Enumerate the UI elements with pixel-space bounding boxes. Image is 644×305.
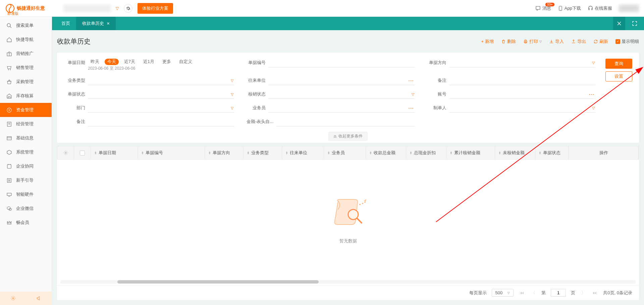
partner-lookup[interactable]: ··· [268,76,415,85]
import-button[interactable]: 导入 [549,39,564,45]
sidebar-item-collab[interactable]: 企业协同 [0,159,52,173]
remark2-input[interactable] [88,118,234,126]
pagination: 每页显示 500▽ ⏮ 〈 第 页 〉 ⏭ 共0页, 0条记录 [57,285,639,300]
date-preset-more[interactable]: 更多 [160,59,174,65]
sidebar-item-system[interactable]: 系统管理 [0,145,52,159]
sidebar-item-label: 采购管理 [16,79,34,85]
column-header-verified[interactable]: ▲▼累计核销金额 [446,146,495,159]
first-page-button[interactable]: ⏮ [519,290,525,295]
tab-home[interactable]: 首页 [55,17,76,30]
sidebar-item-sales[interactable]: 销售管理 [0,61,52,75]
per-page-select[interactable]: 500▽ [492,289,514,297]
sidebar-item-quicknav[interactable]: 快捷导航 [0,33,52,47]
gear-icon [63,150,68,155]
user-avatar-blurred[interactable] [619,5,639,12]
svg-point-8 [10,69,10,70]
column-header-amount[interactable]: ▲▼收款总金额 [366,146,406,159]
app-download-button[interactable]: App下载 [558,5,581,11]
export-button[interactable]: 导出 [571,39,586,45]
column-header-partner[interactable]: ▲▼往来单位 [282,146,324,159]
print-button[interactable]: 打印▽ [523,39,542,45]
search-button[interactable]: 查询 [605,59,632,69]
svg-point-3 [7,23,10,27]
date-preset-7d[interactable]: 近7天 [121,59,138,65]
sidebar-item-label: 企业协同 [16,163,34,169]
account-lookup[interactable]: ··· [449,90,595,99]
sidebar-item-label: 库存核算 [16,93,34,99]
show-detail-toggle[interactable]: 显示明细 [615,39,639,45]
sidebar-item-guide[interactable]: 新新手引导 [0,173,52,187]
amount-input[interactable] [276,118,415,126]
column-header-biztype[interactable]: ▲▼业务类型 [244,146,282,159]
pagination-summary: 共0页, 0条记录 [603,290,632,296]
sidebar-item-purchase[interactable]: 采购管理 [0,75,52,89]
column-header-date[interactable]: ▲▼单据日期 [91,146,138,159]
refresh-button[interactable]: 刷新 [593,39,608,45]
prev-page-button[interactable]: 〈 [530,290,536,296]
headset-icon [588,5,593,11]
column-header-unverified[interactable]: ▲▼未核销金额 [495,146,535,159]
logo-text: 畅捷通好生意 [17,5,45,11]
delete-button[interactable]: 删除 [501,39,516,45]
sort-icon: ▲▼ [141,151,144,155]
direction-select[interactable]: ▽ [449,59,595,67]
chevron-down-icon[interactable]: ▽ [116,6,119,11]
select-all-checkbox[interactable] [74,146,91,159]
scrollbar-thumb[interactable] [117,280,319,284]
settings-button[interactable]: 设置 [605,71,632,81]
sidebar-item-hardware[interactable]: 智能硬件 [0,187,52,201]
doc-no-input[interactable] [268,59,415,67]
column-header-direction[interactable]: ▲▼单据方向 [205,146,244,159]
sidebar-item-search[interactable]: 搜索菜单 [0,18,52,33]
last-page-button[interactable]: ⏭ [592,290,598,295]
biztype-select[interactable]: ▽ [88,76,234,85]
dept-select[interactable]: ▽ [88,104,234,113]
online-service-button[interactable]: 在线客服 [588,5,612,11]
table-settings-button[interactable] [57,146,74,159]
sort-icon: ▲▼ [94,151,97,155]
column-header-docno[interactable]: ▲▼单据编号 [138,146,205,159]
org-name-blurred[interactable] [64,5,111,12]
verify-select[interactable]: ▽ [268,90,415,99]
date-preset-1m[interactable]: 近1月 [141,59,157,65]
trial-industry-button[interactable]: 体验行业方案 [138,3,173,14]
date-preset-custom[interactable]: 自定义 [176,59,195,65]
settings-gear-button[interactable] [124,4,132,13]
money-icon: ¥ [6,107,12,113]
footer-settings-icon[interactable] [10,296,16,301]
sidebar-item-wechat[interactable]: 企业微信 [0,201,52,216]
tabs-expand-button[interactable] [629,17,641,30]
date-preset-yesterday[interactable]: 昨天 [88,59,102,65]
close-icon[interactable]: ✕ [107,21,110,26]
sidebar-item-marketing[interactable]: 营销推广 [0,47,52,61]
collab-icon [6,163,12,169]
creator-select[interactable]: ▽ [449,104,595,113]
sidebar-item-inventory[interactable]: 库存核算 [0,89,52,103]
column-header-discount[interactable]: ▲▼总现金折扣 [406,146,446,159]
operator-lookup[interactable]: ··· [268,104,415,113]
sidebar-item-member[interactable]: 畅会员 [0,216,52,230]
member-icon [6,220,12,226]
filter-label-remark1: 备注 [425,76,449,83]
docstatus-select[interactable]: ▽ [88,90,234,99]
empty-text: 暂无数据 [339,238,357,244]
page-title: 收款单历史 [57,37,91,46]
page-number-input[interactable] [551,289,566,297]
next-page-button[interactable]: 〉 [580,290,587,296]
tab-receipt-history[interactable]: 收款单历史✕ [76,17,116,30]
sidebar-item-operation[interactable]: 经营管理 [0,117,52,131]
svg-point-36 [359,204,361,205]
collapse-filters-button[interactable]: 收起更多条件 [328,132,368,141]
sidebar-item-basic[interactable]: 基础信息 [0,131,52,145]
footer-sound-icon[interactable] [36,296,42,301]
tabs-close-button[interactable] [613,17,625,30]
sidebar-item-funds[interactable]: ¥资金管理 [0,103,52,117]
horizontal-scrollbar[interactable] [60,280,636,284]
remark-input[interactable] [449,76,595,85]
add-button[interactable]: +新增 [481,39,494,45]
date-preset-today[interactable]: 今天 [105,59,119,65]
column-header-operator[interactable]: ▲▼业务员 [324,146,366,159]
filter-label-dept: 部门 [64,104,88,111]
messages-button[interactable]: 消息 99+ [535,5,551,11]
column-header-status[interactable]: ▲▼单据状态 [535,146,569,159]
